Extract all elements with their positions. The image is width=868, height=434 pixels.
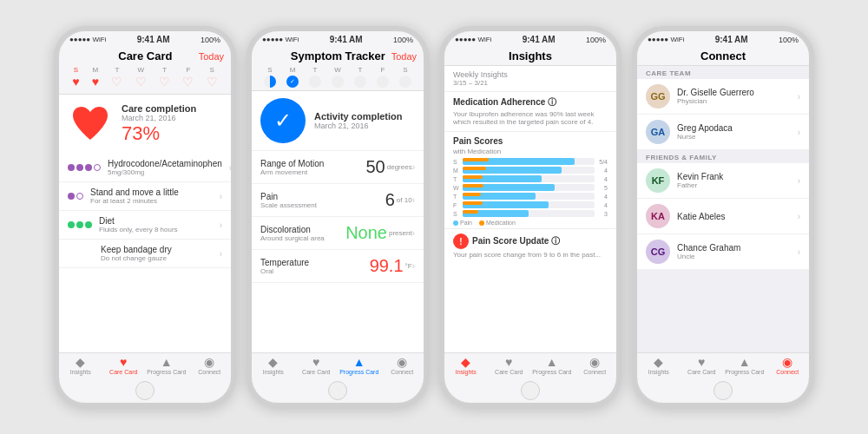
home-button-3[interactable] [444,378,616,403]
today-button-1[interactable]: Today [199,51,224,62]
screen-symptom-tracker: Symptom Tracker Today S M ✓ T [252,46,424,378]
phone-connect: ●●●●● WiFi 9:41 AM 100% Connect CARE TEA… [632,26,814,408]
symptom-sub-1: Scale assessment [260,201,385,209]
care-row-dots-1 [68,193,83,200]
friends-item-0[interactable]: KF Kevin Frank Father › [637,163,809,199]
care-row-1[interactable]: Stand and move a little For at least 2 m… [59,182,231,211]
friends-item-2[interactable]: CG Chance Graham Uncle › [637,234,809,270]
tab-carecard-3[interactable]: ♥ Care Card [488,356,531,375]
care-row-0[interactable]: Hydrocodone/Acetaminophen 5mg/300mg › [59,154,231,182]
chevron-c2: › [798,176,800,186]
bar-row-T: T4 [453,193,608,200]
home-button-4[interactable] [637,378,809,403]
connect-role-1: Nurse [677,133,791,141]
tab-carecard-2[interactable]: ♥ Care Card [295,356,339,375]
home-button-1[interactable] [59,378,231,403]
care-row-2[interactable]: Diet Fluids only, every 8 hours › [59,211,231,240]
bar-track-T [463,175,595,182]
symptom-rows: Range of Motion Arm movement 50 degrees … [252,151,424,283]
tab-bar-3: ◆ Insights ♥ Care Card ▲ Progress Card ◉… [444,352,616,378]
carecard-icon-1: ♥ [120,356,127,368]
activity-title: Activity completion [314,111,415,122]
care-row-sub-1: For at least 2 minutes [90,197,213,205]
cal-day-s2: S [399,66,411,88]
tab-insights-4[interactable]: ◆ Insights [637,356,681,375]
bar-track-F [463,201,595,208]
tab-connect-3[interactable]: ◉ Connect [574,356,617,375]
battery-2: 100% [393,36,413,44]
bar-row-T: T4 [453,175,608,182]
tab-progress-4[interactable]: ▲ Progress Card [723,356,766,375]
heart-mon: ♥ [92,76,99,88]
tab-label-carecard-3: Care Card [495,369,523,375]
care-row-sub-0: 5mg/300mg [108,168,222,176]
bar-val-F: 4 [597,202,608,208]
chevron-1: › [220,192,222,201]
tab-progress-1[interactable]: ▲ Progress Card [145,356,188,375]
care-team-list: GG Dr. Giselle Guerrero Physician › GA G… [637,79,809,150]
bar-label-T: T [453,194,460,200]
connect-item-info-0: Dr. Giselle Guerrero Physician [677,88,791,105]
bar-orange-S [463,158,489,161]
care-row-title-1: Stand and move a little [90,187,213,197]
tab-connect-4[interactable]: ◉ Connect [766,356,810,375]
tab-label-insights-4: Insights [648,369,669,375]
chevron-c3: › [798,212,800,221]
care-row-dots-2 [68,221,92,228]
screen-connect: Connect CARE TEAM GG Dr. Giselle Guerrer… [637,46,809,378]
cal-day-t2: T [354,66,366,88]
tab-insights-3[interactable]: ◆ Insights [444,356,488,375]
bar-orange-F [463,201,483,205]
symptom-unit-2: present [389,229,412,237]
symptom-sub-0: Arm movement [260,168,365,176]
home-button-2[interactable] [252,378,424,403]
heart-fri: ♡ [182,76,194,88]
insights-header-section: Weekly Insights 3/15 – 3/21 [444,66,616,92]
dot-filled-1 [76,164,83,171]
heart-tue: ♡ [111,76,122,88]
symptom-unit-3: °F [405,262,412,270]
cal-circle-s2 [399,76,411,88]
chevron-c1: › [798,128,800,137]
connect-icon-4: ◉ [782,356,792,368]
friends-item-1[interactable]: KA Katie Abeles › [637,199,809,234]
tab-label-progress-4: Progress Card [725,369,764,375]
today-button-2[interactable]: Today [391,51,417,62]
tab-label-progress-3: Progress Card [532,369,571,375]
tab-progress-2[interactable]: ▲ Progress Card [338,356,381,375]
connect-icon-1: ◉ [204,356,214,368]
cal-circle-f1 [377,76,389,88]
symptom-row-0[interactable]: Range of Motion Arm movement 50 degrees … [252,151,424,184]
symptom-name-1: Pain [260,192,385,201]
time-1: 9:41 AM [137,35,170,44]
tab-insights-1[interactable]: ◆ Insights [59,356,102,375]
cal-circle-w1 [332,76,344,88]
tab-connect-1[interactable]: ◉ Connect [188,356,232,375]
pain-update-row: ! Pain Score Update ⓘ [453,233,608,249]
symptom-row-2[interactable]: Discoloration Around surgical area None … [252,217,424,250]
care-info: Care completion March 21, 2016 73% [122,103,222,145]
symptom-content: ✓ Activity completion March 21, 2016 Ran… [252,91,424,352]
tab-carecard-4[interactable]: ♥ Care Card [681,356,724,375]
care-completion-banner: Care completion March 21, 2016 73% [59,95,231,154]
cal-circle-t1 [309,76,321,88]
connect-role-2: Father [677,181,791,189]
care-team-item-0[interactable]: GG Dr. Giselle Guerrero Physician › [637,79,809,115]
symptom-row-1[interactable]: Pain Scale assessment 6 of 10 › [252,184,424,217]
symptom-row-3[interactable]: Temperature Oral 99.1 °F › [252,250,424,283]
tab-carecard-1[interactable]: ♥ Care Card [102,356,146,375]
bar-track-W [463,184,595,191]
bar-label-T: T [453,176,460,182]
tab-connect-2[interactable]: ◉ Connect [381,356,424,375]
home-circle-3 [521,381,540,400]
activity-date: March 21, 2016 [314,122,415,130]
bar-track-T [463,193,595,200]
legend-medication-label: Medication [486,220,516,226]
tab-progress-3[interactable]: ▲ Progress Card [530,356,574,375]
care-row-3[interactable]: Keep bandage dry Do not change gauze › [59,240,231,268]
bar-orange-T [463,175,483,179]
care-row-text-0: Hydrocodone/Acetaminophen 5mg/300mg [108,159,222,176]
care-team-item-1[interactable]: GA Greg Apodaca Nurse › [637,115,809,150]
care-row-title-3: Keep bandage dry [101,245,213,254]
tab-insights-2[interactable]: ◆ Insights [252,356,295,375]
